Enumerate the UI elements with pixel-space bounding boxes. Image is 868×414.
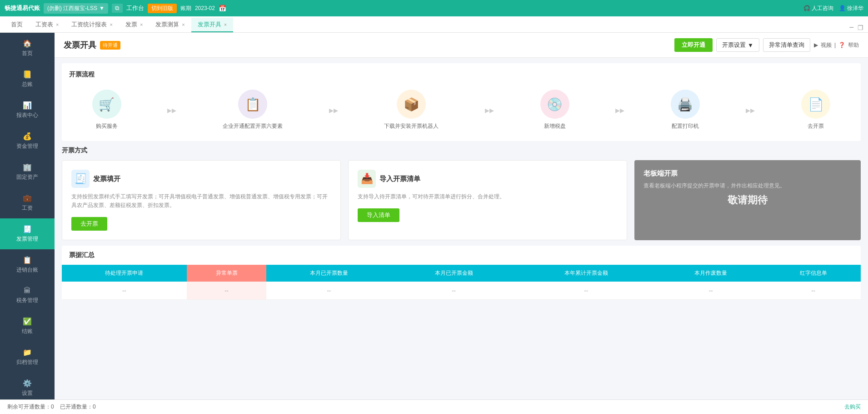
month-amount-val: -- xyxy=(391,282,516,300)
tab-invoice[interactable]: 发票 × xyxy=(119,18,149,32)
close-salary-tab[interactable]: × xyxy=(56,22,59,27)
sidebar-item-home[interactable]: 🏠 首页 xyxy=(0,33,55,64)
abnormal-query-btn[interactable]: 异常清单查询 xyxy=(763,38,810,52)
flow-step-download[interactable]: 📦 下载并安装开票机器人 xyxy=(384,90,439,130)
tab-home[interactable]: 首页 xyxy=(5,18,29,32)
user-icon: 👤 xyxy=(839,5,846,11)
main-layout: 🏠 首页 📒 总账 📊 报表中心 💰 资金管理 🏢 固定资产 💼 工资 🧾 发票… xyxy=(0,33,868,399)
tab-invoice-issue[interactable]: 发票开具 × xyxy=(191,18,233,32)
month-count-val: -- xyxy=(266,282,391,300)
tab-salary[interactable]: 工资表 × xyxy=(29,18,65,32)
support-btn[interactable]: 🎧 人工咨询 xyxy=(803,5,833,12)
flow-step-printer[interactable]: 🖨️ 配置打印机 xyxy=(671,90,700,130)
buy-service-label: 购买服务 xyxy=(96,122,118,130)
sidebar-item-reports[interactable]: 📊 报表中心 xyxy=(0,95,55,126)
settle-icon: ✅ xyxy=(23,317,32,326)
app-logo: 畅捷通易代账 xyxy=(5,4,40,12)
tab-bar: 首页 工资表 × 工资统计报表 × 发票 × 发票测算 × 发票开具 × − ❐ xyxy=(0,16,868,33)
flow-step-issue[interactable]: 📄 去开票 xyxy=(801,90,830,130)
purchases-icon: 📋 xyxy=(23,256,32,264)
buy-link[interactable]: 去购买 xyxy=(844,403,861,411)
sidebar-item-ledger[interactable]: 📒 总账 xyxy=(0,64,55,95)
open-settings-btn[interactable]: 开票设置 ▼ xyxy=(716,38,759,52)
download-icon: 📦 xyxy=(397,90,426,119)
pending-val: -- xyxy=(62,282,187,300)
help-label[interactable]: 帮助 xyxy=(848,41,859,49)
help-icon: ❓ xyxy=(838,42,845,48)
restore-icon[interactable]: ❐ xyxy=(858,24,863,31)
funds-icon: 💰 xyxy=(23,132,32,141)
flow-step-config[interactable]: 📋 企业开通配置开票六要素 xyxy=(223,90,283,130)
main-content: 发票开具 待开通 立即开通 开票设置 ▼ 异常清单查询 ▶ 视频 | ❓ 帮助 xyxy=(55,33,868,399)
reports-icon: 📊 xyxy=(23,101,32,110)
sidebar-item-purchases[interactable]: 📋 进销台账 xyxy=(0,249,55,280)
calendar-icon[interactable]: 📅 xyxy=(219,5,226,12)
settings-icon: ⚙️ xyxy=(23,379,32,388)
arrow-4: ▸▸ xyxy=(615,105,624,116)
year-amount-val: -- xyxy=(516,282,656,300)
switch-version-btn[interactable]: 切到旧版 xyxy=(148,4,177,13)
flow-step-taxdisk[interactable]: 💿 新增税盘 xyxy=(540,90,569,130)
billing-card-import-header: 📥 导入开票清单 xyxy=(358,170,618,188)
flow-section-title: 开票流程 xyxy=(69,71,853,79)
view-label[interactable]: 视频 xyxy=(821,41,832,49)
summary-section: 票据汇总 待处理开票申请 异常单票 本月已开票数量 本月已开票金额 本年累计开票… xyxy=(62,246,861,300)
col-month-amount: 本月已开票金额 xyxy=(391,265,516,282)
import-list-btn[interactable]: 导入清单 xyxy=(358,208,399,222)
close-invoice-issue-tab[interactable]: × xyxy=(224,22,227,27)
status-badge: 待开通 xyxy=(100,41,120,50)
config-icon: 📋 xyxy=(238,90,267,119)
old-card-desc: 查看老板端小程序提交的开票申请，并作出相应处理意见。 xyxy=(644,182,852,190)
period-value[interactable]: 2023-02 xyxy=(195,5,215,11)
billing-methods: 🧾 发票填开 支持按照发票样式手工填写开发票；可开具增值税电子普通发票、增值税普… xyxy=(62,160,861,240)
archive-icon: 📁 xyxy=(23,348,32,357)
sidebar-item-settle[interactable]: ✅ 结账 xyxy=(0,311,55,342)
headset-icon: 🎧 xyxy=(803,5,810,11)
fill-icon: 🧾 xyxy=(71,170,90,188)
billing-card-old: 老板端开票 查看老板端小程序提交的开票申请，并作出相应处理意见。 敬请期待 xyxy=(634,160,861,240)
old-card-title: 老板端开票 xyxy=(644,169,852,178)
tab-invoice-calc[interactable]: 发票测算 × xyxy=(149,18,191,32)
col-pending: 待处理开票申请 xyxy=(62,265,187,282)
sidebar-item-invoice[interactable]: 🧾 发票管理 xyxy=(0,218,55,249)
user-btn[interactable]: 👤 徐泽华 xyxy=(839,5,863,12)
close-invoice-calc-tab[interactable]: × xyxy=(182,22,185,27)
close-invoice-tab[interactable]: × xyxy=(140,22,143,27)
bottom-bar-info: 剩余可开通数量：0 已开通数量：0 xyxy=(7,403,96,411)
col-month-count: 本月已开票数量 xyxy=(266,265,391,282)
billing-card-import: 📥 导入开票清单 支持导入待开票清单，可对待开票清单进行拆分、合并处理。 导入清… xyxy=(348,160,627,240)
sidebar-item-archive[interactable]: 📁 归档管理 xyxy=(0,342,55,373)
sidebar-item-tax[interactable]: 🏛 税务管理 xyxy=(0,280,55,311)
col-void-count: 本月作废数量 xyxy=(656,265,766,282)
sidebar-item-assets[interactable]: 🏢 固定资产 xyxy=(0,157,55,187)
company-selector[interactable]: (勿删) 江西服宝-LSS ▼ xyxy=(44,3,108,14)
arrow-2: ▸▸ xyxy=(329,105,338,116)
summary-title: 票据汇总 xyxy=(62,246,861,265)
sidebar-item-salary[interactable]: 💼 工资 xyxy=(0,187,55,218)
col-abnormal: 异常单票 xyxy=(187,265,267,282)
sidebar-item-funds[interactable]: 💰 资金管理 xyxy=(0,126,55,157)
minimize-icon[interactable]: − xyxy=(849,23,854,32)
tab-salary-report[interactable]: 工资统计报表 × xyxy=(65,18,119,32)
go-issue-btn[interactable]: 去开票 xyxy=(71,217,107,231)
page-title: 发票开具 xyxy=(64,40,96,50)
company-name: (勿删) 江西服宝-LSS xyxy=(47,5,97,12)
page-header: 发票开具 待开通 立即开通 开票设置 ▼ 异常清单查询 ▶ 视频 | ❓ 帮助 xyxy=(55,33,868,58)
view-icon: ▶ xyxy=(814,42,818,48)
close-salary-report-tab[interactable]: × xyxy=(110,22,112,27)
billing-section-title: 开票方式 xyxy=(62,146,861,155)
workstation-btn[interactable]: 工作台 xyxy=(126,4,144,12)
import-icon: 📥 xyxy=(358,170,376,188)
red-info-val: -- xyxy=(766,282,861,300)
open-now-btn[interactable]: 立即开通 xyxy=(674,38,713,52)
flow-step-buy[interactable]: 🛒 购买服务 xyxy=(92,90,121,130)
copy-icon[interactable]: ⧉ xyxy=(112,4,123,13)
summary-table: 待处理开票申请 异常单票 本月已开票数量 本月已开票金额 本年累计开票金额 本月… xyxy=(62,265,861,300)
fill-title: 发票填开 xyxy=(93,175,120,183)
buy-service-icon: 🛒 xyxy=(92,90,121,119)
arrow-1: ▸▸ xyxy=(167,105,176,116)
billing-section-header: 开票方式 xyxy=(55,146,868,155)
sidebar-item-settings[interactable]: ⚙️ 设置 xyxy=(0,373,55,399)
bottom-bar: 剩余可开通数量：0 已开通数量：0 去购买 xyxy=(0,399,868,414)
help-btns: ▶ 视频 | ❓ 帮助 xyxy=(814,41,859,49)
